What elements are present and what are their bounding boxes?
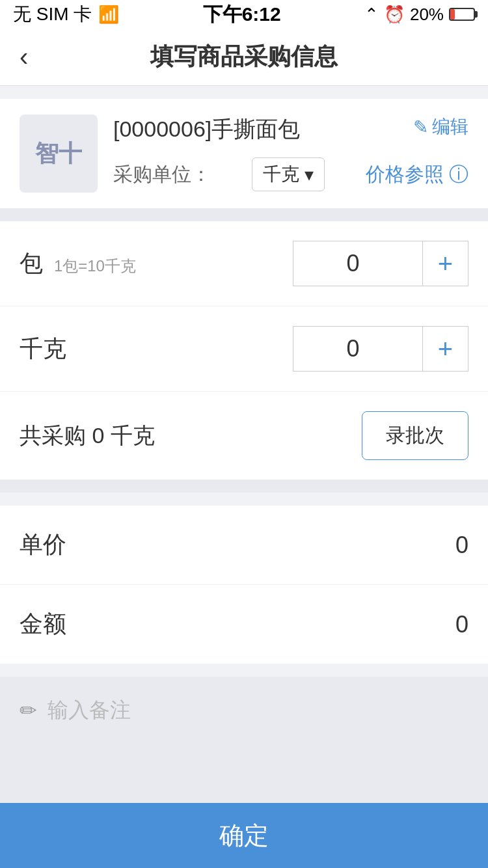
price-amount-value: 0 (455, 611, 468, 638)
batch-button[interactable]: 录批次 (362, 411, 468, 460)
back-button[interactable]: ‹ (20, 42, 28, 72)
price-ref-label: 价格参照 (366, 161, 444, 188)
total-text: 共采购 0 千克 (20, 421, 155, 451)
quantity-label-kg: 千克 (20, 333, 72, 365)
status-left: 无 SIM 卡 📶 (13, 2, 119, 27)
edit-icon: ✎ (413, 116, 428, 138)
divider-2 (0, 480, 488, 493)
price-amount-label: 金额 (20, 608, 66, 640)
page-title: 填写商品采购信息 (150, 41, 338, 73)
price-unit-value: 0 (455, 532, 468, 559)
total-row: 共采购 0 千克 录批次 (0, 392, 488, 480)
price-ref-button[interactable]: 价格参照 ⓘ (366, 161, 468, 188)
unit-select[interactable]: 千克 ▾ (252, 157, 325, 191)
quantity-row-kg: 千克 + (0, 306, 488, 392)
quantity-plus-bao[interactable]: + (423, 241, 468, 286)
quantity-input-group-kg: + (293, 326, 468, 372)
quantity-input-kg[interactable] (293, 326, 423, 372)
location-icon: ⌃ (364, 5, 379, 25)
price-unit-label: 单价 (20, 529, 66, 561)
product-name: [0000006]手撕面包 (113, 115, 300, 144)
status-bar: 无 SIM 卡 📶 下午6:12 ⌃ ⏰ 20% (0, 0, 488, 29)
price-row-unit: 单价 0 (0, 506, 488, 585)
quantity-row-bao: 包 1包=10千克 + (0, 221, 488, 306)
alarm-icon: ⏰ (384, 5, 405, 25)
divider-1 (0, 208, 488, 221)
price-row-amount: 金额 0 (0, 585, 488, 664)
wifi-icon: 📶 (98, 5, 119, 25)
quantity-input-bao[interactable] (293, 241, 423, 286)
product-name-row: [0000006]手撕面包 ✎ 编辑 (113, 115, 468, 144)
note-section[interactable]: ✏ 输入备注 (0, 677, 488, 744)
quantity-section: 包 1包=10千克 + 千克 + (0, 221, 488, 392)
unit-row: 采购单位： 千克 ▾ 价格参照 ⓘ (113, 157, 468, 191)
note-placeholder: 输入备注 (47, 696, 131, 725)
quantity-plus-kg[interactable]: + (423, 326, 468, 372)
note-icon: ✏ (20, 698, 37, 723)
product-image: 智十 (20, 115, 98, 193)
unit-label: 采购单位： (113, 161, 211, 188)
nav-bar: ‹ 填写商品采购信息 (0, 29, 488, 86)
status-time: 下午6:12 (203, 1, 281, 28)
edit-button[interactable]: ✎ 编辑 (413, 115, 468, 139)
status-right: ⌃ ⏰ 20% (364, 5, 475, 25)
quantity-label-bao: 包 1包=10千克 (20, 248, 136, 280)
sim-label: 无 SIM 卡 (13, 2, 92, 27)
battery-percent: 20% (410, 5, 444, 25)
product-logo: 智十 (35, 138, 82, 170)
unit-drop-icon: ▾ (305, 164, 314, 185)
confirm-button[interactable]: 确定 (0, 803, 488, 868)
battery-icon (449, 8, 475, 21)
price-ref-icon: ⓘ (449, 161, 468, 188)
unit-value: 千克 (263, 162, 299, 187)
product-info: [0000006]手撕面包 ✎ 编辑 采购单位： 千克 ▾ 价格参照 ⓘ (113, 115, 468, 191)
quantity-input-group-bao: + (293, 241, 468, 286)
edit-label: 编辑 (432, 115, 468, 139)
price-section: 单价 0 金额 0 (0, 506, 488, 664)
product-card: 智十 [0000006]手撕面包 ✎ 编辑 采购单位： 千克 ▾ 价格参照 ⓘ (0, 99, 488, 208)
